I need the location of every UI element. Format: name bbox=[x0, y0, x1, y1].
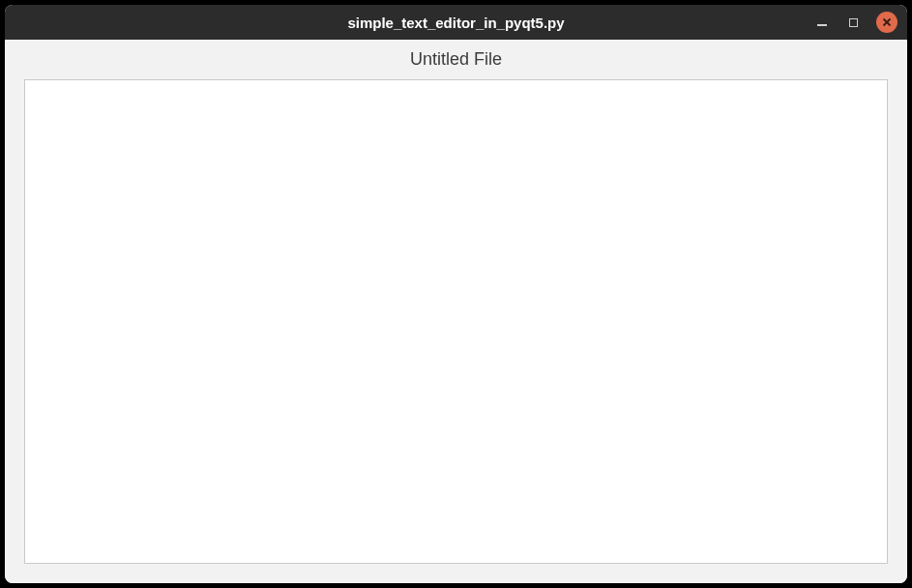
window-controls bbox=[807, 5, 907, 40]
desktop-border: simple_text_editor_in_pyqt5.py bbox=[0, 0, 912, 588]
close-icon bbox=[876, 12, 897, 33]
editor-container bbox=[5, 79, 907, 583]
minimize-button[interactable] bbox=[807, 5, 838, 40]
maximize-button[interactable] bbox=[838, 5, 868, 40]
minimize-icon bbox=[817, 24, 827, 26]
file-name-label: Untitled File bbox=[410, 49, 502, 69]
window-title: simple_text_editor_in_pyqt5.py bbox=[347, 15, 564, 31]
window-titlebar[interactable]: simple_text_editor_in_pyqt5.py bbox=[5, 5, 907, 40]
close-button[interactable] bbox=[868, 5, 899, 40]
text-editor-area[interactable] bbox=[24, 79, 888, 564]
file-label-row: Untitled File bbox=[5, 40, 907, 79]
maximize-icon bbox=[849, 18, 858, 27]
application-window: simple_text_editor_in_pyqt5.py bbox=[5, 5, 907, 583]
window-client-area: Untitled File bbox=[5, 40, 907, 583]
